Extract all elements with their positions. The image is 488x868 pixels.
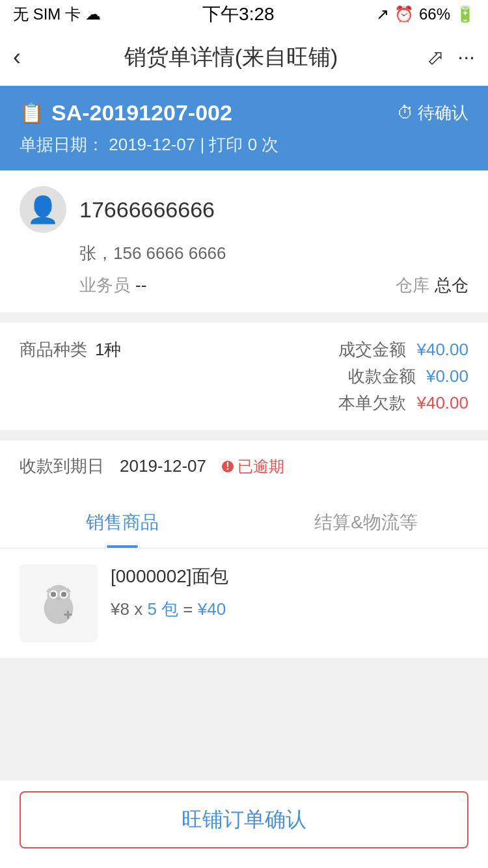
received-amount-label: 收款金额	[348, 365, 416, 388]
order-id-text: SA-20191207-002	[51, 100, 232, 126]
sim-status: 无 SIM 卡 ☁	[13, 4, 101, 25]
deal-amount-label: 成交金额	[338, 338, 406, 361]
owed-amount-row: 本单欠款 ¥40.00	[338, 392, 468, 414]
tab-settlement-label: 结算&物流等	[314, 512, 418, 532]
location-icon: ↗	[376, 5, 389, 23]
date-label: 单据日期：	[20, 135, 104, 154]
tab-products[interactable]: 销售商品	[0, 492, 244, 548]
received-amount-row: 收款金额 ¥0.00	[348, 365, 468, 388]
battery-icon: 🔋	[455, 5, 475, 23]
received-amount-value: ¥0.00	[426, 366, 468, 387]
deal-amount-row: 成交金额 ¥40.00	[338, 338, 468, 361]
total-value: ¥40	[198, 599, 226, 619]
bottom-bar: 旺铺订单确认	[0, 781, 488, 868]
order-id: 📋 SA-20191207-002	[20, 100, 232, 126]
status-time: 下午3:28	[202, 2, 275, 27]
equals-sign: =	[183, 599, 197, 619]
warehouse-value: 总仓	[435, 274, 468, 297]
due-date-card: 收款到期日 2019-12-07 ! 已逾期	[0, 441, 488, 492]
status-bar: 无 SIM 卡 ☁ 下午3:28 ↗ ⏰ 66% 🔋	[0, 0, 488, 29]
price-x: x	[134, 599, 147, 619]
order-icon: 📋	[20, 102, 44, 124]
product-list: [0000002]面包 ¥8 x 5 包 = ¥40	[0, 549, 488, 658]
customer-row: 👤 17666666666	[20, 186, 468, 233]
product-thumbnail	[20, 564, 98, 642]
summary-right: 成交金额 ¥40.00 收款金额 ¥0.00 本单欠款 ¥40.00	[338, 338, 468, 414]
separator: |	[200, 135, 209, 154]
customer-phone: 17666666666	[79, 197, 215, 223]
product-item: [0000002]面包 ¥8 x 5 包 = ¥40	[20, 564, 468, 642]
header-top: 📋 SA-20191207-002 ⏱ 待确认	[20, 100, 468, 126]
unit-value: 包	[161, 599, 178, 619]
alarm-icon: ⏰	[394, 5, 414, 23]
svg-point-4	[51, 591, 56, 597]
tab-products-label: 销售商品	[86, 512, 159, 532]
qty-value: 5	[147, 599, 156, 619]
summary-left: 商品种类 1种	[20, 338, 338, 361]
warehouse-label: 仓库	[396, 274, 429, 297]
summary-row: 商品种类 1种 成交金额 ¥40.00 收款金额 ¥0.00 本单欠款 ¥40.…	[20, 338, 468, 414]
header-card: 📋 SA-20191207-002 ⏱ 待确认 单据日期： 2019-12-07…	[0, 86, 488, 170]
share-icon[interactable]: ⬀	[427, 45, 444, 70]
avatar: 👤	[20, 186, 66, 233]
salesperson-value: --	[135, 275, 146, 295]
product-image	[33, 577, 85, 629]
item-type-value: 1种	[95, 338, 121, 361]
product-name: [0000002]面包	[111, 564, 468, 589]
page-title: 销货单详情(来自旺铺)	[52, 42, 410, 72]
svg-point-6	[61, 591, 66, 597]
status-right: ↗ ⏰ 66% 🔋	[376, 5, 475, 23]
tab-settlement[interactable]: 结算&物流等	[244, 492, 488, 548]
person-icon: 👤	[27, 195, 59, 225]
nav-bar: ‹ 销货单详情(来自旺铺) ⬀ ···	[0, 29, 488, 86]
confirm-order-button[interactable]: 旺铺订单确认	[20, 791, 468, 848]
salesperson-label: 业务员	[79, 274, 130, 297]
customer-card: 👤 17666666666 张，156 6666 6666 业务员 -- 仓库 …	[0, 170, 488, 312]
due-label: 收款到期日	[20, 455, 104, 478]
due-date-value: 2019-12-07	[120, 456, 206, 476]
item-type-label: 商品种类	[20, 338, 87, 361]
status-left: 无 SIM 卡 ☁	[13, 4, 101, 25]
tab-bar: 销售商品 结算&物流等	[0, 492, 488, 549]
item-type: 商品种类 1种	[20, 338, 338, 361]
overdue-badge: ! 已逾期	[222, 456, 284, 477]
clock-icon: ⏱	[397, 103, 414, 123]
order-date: 2019-12-07	[109, 135, 195, 154]
overdue-text: 已逾期	[237, 456, 284, 477]
status-text: 待确认	[418, 102, 468, 124]
customer-name: 张，156 6666 6666	[79, 242, 468, 265]
product-price: ¥8 x 5 包 = ¥40	[111, 598, 468, 621]
product-info: [0000002]面包 ¥8 x 5 包 = ¥40	[111, 564, 468, 621]
owed-value: ¥40.00	[416, 393, 468, 413]
svg-rect-11	[67, 610, 69, 619]
order-status: ⏱ 待确认	[397, 102, 468, 124]
price-value: ¥8	[111, 599, 129, 619]
owed-label: 本单欠款	[338, 392, 406, 414]
nav-actions: ⬀ ···	[410, 45, 475, 70]
back-button[interactable]: ‹	[13, 44, 52, 71]
summary-card: 商品种类 1种 成交金额 ¥40.00 收款金额 ¥0.00 本单欠款 ¥40.…	[0, 323, 488, 430]
customer-meta: 业务员 -- 仓库 总仓	[79, 274, 468, 297]
header-date: 单据日期： 2019-12-07 | 打印 0 次	[20, 133, 468, 156]
overdue-dot: !	[222, 461, 234, 472]
deal-amount-value: ¥40.00	[416, 340, 468, 360]
more-icon[interactable]: ···	[457, 45, 475, 69]
print-text: 打印 0 次	[209, 135, 278, 154]
battery: 66%	[419, 5, 450, 23]
